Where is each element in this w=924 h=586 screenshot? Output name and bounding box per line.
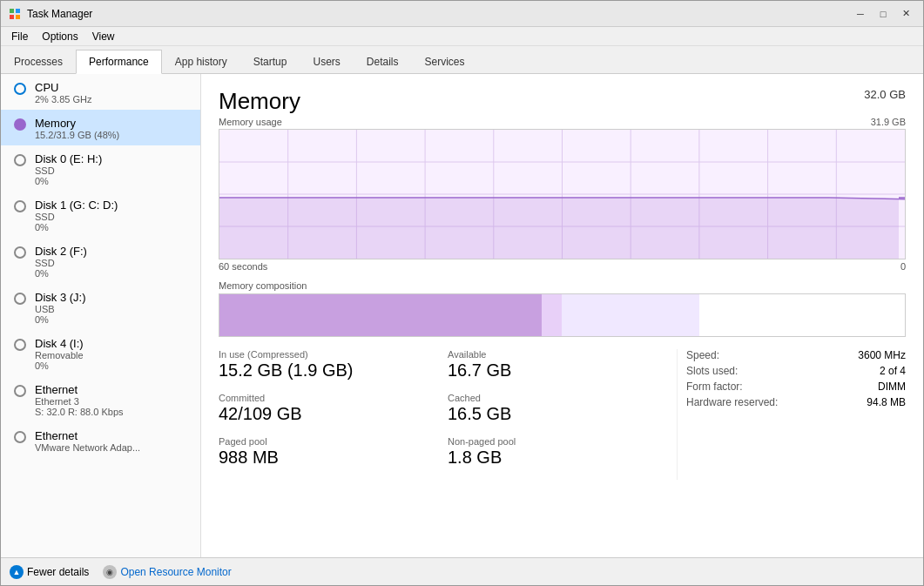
in-use-value: 15.2 GB (1.9 GB) <box>219 360 448 381</box>
minimize-button[interactable]: ─ <box>850 5 871 23</box>
maximize-button[interactable]: □ <box>873 5 894 23</box>
available-value: 16.7 GB <box>448 360 677 381</box>
open-resource-monitor-link[interactable]: Open Resource Monitor <box>120 566 231 578</box>
svg-rect-1 <box>16 9 20 13</box>
disk0-status-dot <box>14 154 26 166</box>
fewer-details-button[interactable]: ▲ Fewer details <box>10 565 89 579</box>
sidebar-item-memory[interactable]: Memory 15.2/31.9 GB (48%) <box>1 110 200 145</box>
available-label: Available <box>448 349 677 360</box>
comp-standby <box>562 294 698 336</box>
window-title: Task Manager <box>27 8 850 20</box>
disk2-status-dot <box>14 246 26 259</box>
composition-label: Memory composition <box>219 280 906 291</box>
speed-row: Speed: 3600 MHz <box>686 349 906 361</box>
comp-modified <box>542 294 563 336</box>
tab-app-history[interactable]: App history <box>162 49 240 73</box>
stats-left-col: In use (Compressed) 15.2 GB (1.9 GB) Com… <box>219 349 448 480</box>
available-stat: Available 16.7 GB <box>448 349 677 381</box>
fewer-details-icon: ▲ <box>10 565 24 579</box>
disk4-status-dot <box>14 339 26 351</box>
chart-label-row: Memory usage 31.9 GB <box>219 117 906 127</box>
form-factor-key: Form factor: <box>686 381 743 393</box>
sidebar-item-disk2[interactable]: Disk 2 (F:) SSD 0% <box>1 238 200 284</box>
form-factor-val: DIMM <box>878 381 906 393</box>
cached-label: Cached <box>448 393 677 403</box>
menu-options[interactable]: Options <box>35 29 84 44</box>
comp-free <box>699 294 905 336</box>
form-factor-row: Form factor: DIMM <box>686 381 906 393</box>
cpu-status-dot <box>14 83 26 95</box>
tab-processes[interactable]: Processes <box>1 49 76 73</box>
chart-max-label: 31.9 GB <box>871 117 906 127</box>
tab-details[interactable]: Details <box>354 49 412 73</box>
slots-key: Slots used: <box>686 365 738 377</box>
tab-bar: Processes Performance App history Startu… <box>1 46 923 74</box>
tab-users[interactable]: Users <box>300 49 353 73</box>
sidebar-item-ethernet1[interactable]: Ethernet Ethernet 3 S: 32.0 R: 88.0 Kbps <box>1 376 200 422</box>
disk4-info: Disk 4 (I:) Removable 0% <box>35 337 84 371</box>
disk3-status-dot <box>14 293 26 305</box>
paged-pool-stat: Paged pool 988 MB <box>219 436 448 468</box>
hardware-reserved-key: Hardware reserved: <box>686 396 778 408</box>
disk3-info: Disk 3 (J:) USB 0% <box>35 291 86 325</box>
menu-view[interactable]: View <box>85 29 122 44</box>
panel-title: Memory <box>219 88 300 115</box>
stats-mid-col: Available 16.7 GB Cached 16.5 GB Non-pag… <box>448 349 677 480</box>
disk1-status-dot <box>14 200 26 212</box>
sidebar-item-disk3[interactable]: Disk 3 (J:) USB 0% <box>1 284 200 330</box>
stats-grid: In use (Compressed) 15.2 GB (1.9 GB) Com… <box>219 349 906 480</box>
slots-val: 2 of 4 <box>880 365 906 377</box>
menu-bar: File Options View <box>1 27 923 46</box>
non-paged-pool-value: 1.8 GB <box>448 447 677 468</box>
ethernet2-info: Ethernet VMware Network Adap... <box>35 429 140 453</box>
svg-marker-16 <box>219 198 905 259</box>
right-panel: Memory 32.0 GB Memory usage 31.9 GB <box>201 74 923 557</box>
in-use-stat: In use (Compressed) 15.2 GB (1.9 GB) <box>219 349 448 381</box>
ethernet1-status-dot <box>14 385 26 397</box>
committed-stat: Committed 42/109 GB <box>219 393 448 424</box>
chart-label: Memory usage <box>219 117 282 127</box>
memory-composition-bar <box>219 293 906 337</box>
sidebar-item-cpu[interactable]: CPU 2% 3.85 GHz <box>1 74 200 110</box>
disk2-info: Disk 2 (F:) SSD 0% <box>35 245 87 279</box>
disk0-info: Disk 0 (E: H:) SSD 0% <box>35 152 102 186</box>
svg-rect-0 <box>10 9 14 13</box>
sidebar: CPU 2% 3.85 GHz Memory 15.2/31.9 GB (48%… <box>1 74 201 557</box>
resource-monitor-icon: ◉ <box>103 565 117 579</box>
usage-chart-section: Memory usage 31.9 GB <box>219 117 906 272</box>
open-resource-monitor-container: ◉ Open Resource Monitor <box>103 565 231 579</box>
task-manager-window: Task Manager ─ □ ✕ File Options View Pro… <box>0 0 924 586</box>
sidebar-item-disk0[interactable]: Disk 0 (E: H:) SSD 0% <box>1 145 200 192</box>
menu-file[interactable]: File <box>4 29 35 44</box>
main-content: CPU 2% 3.85 GHz Memory 15.2/31.9 GB (48%… <box>1 74 923 557</box>
close-button[interactable]: ✕ <box>895 5 916 23</box>
hardware-reserved-val: 94.8 MB <box>867 396 906 408</box>
panel-header: Memory 32.0 GB <box>219 88 906 115</box>
bottom-bar: ▲ Fewer details ◉ Open Resource Monitor <box>1 557 923 585</box>
window-controls: ─ □ ✕ <box>850 5 916 23</box>
svg-rect-2 <box>10 15 14 19</box>
tab-performance[interactable]: Performance <box>76 50 162 74</box>
in-use-label: In use (Compressed) <box>219 349 448 360</box>
ethernet2-status-dot <box>14 431 26 443</box>
tab-startup[interactable]: Startup <box>240 49 300 73</box>
chart-time-start: 60 seconds <box>219 261 267 272</box>
cpu-info: CPU 2% 3.85 GHz <box>35 81 91 104</box>
sidebar-item-disk1[interactable]: Disk 1 (G: C: D:) SSD 0% <box>1 192 200 238</box>
hardware-reserved-row: Hardware reserved: 94.8 MB <box>686 396 906 408</box>
chart-time-end: 0 <box>900 261 906 272</box>
sidebar-item-disk4[interactable]: Disk 4 (I:) Removable 0% <box>1 330 200 376</box>
svg-rect-3 <box>16 15 20 19</box>
title-bar: Task Manager ─ □ ✕ <box>1 1 923 27</box>
disk1-info: Disk 1 (G: C: D:) SSD 0% <box>35 199 118 232</box>
tab-services[interactable]: Services <box>412 49 478 73</box>
sidebar-item-ethernet2[interactable]: Ethernet VMware Network Adap... <box>1 422 200 458</box>
speed-key: Speed: <box>686 349 719 361</box>
non-paged-pool-label: Non-paged pool <box>448 436 677 447</box>
non-paged-pool-stat: Non-paged pool 1.8 GB <box>448 436 677 468</box>
comp-in-use <box>219 294 542 336</box>
stats-right-col: Speed: 3600 MHz Slots used: 2 of 4 Form … <box>677 349 906 480</box>
speed-val: 3600 MHz <box>858 349 906 361</box>
ethernet1-info: Ethernet Ethernet 3 S: 32.0 R: 88.0 Kbps <box>35 383 124 417</box>
panel-total: 32.0 GB <box>864 88 906 101</box>
